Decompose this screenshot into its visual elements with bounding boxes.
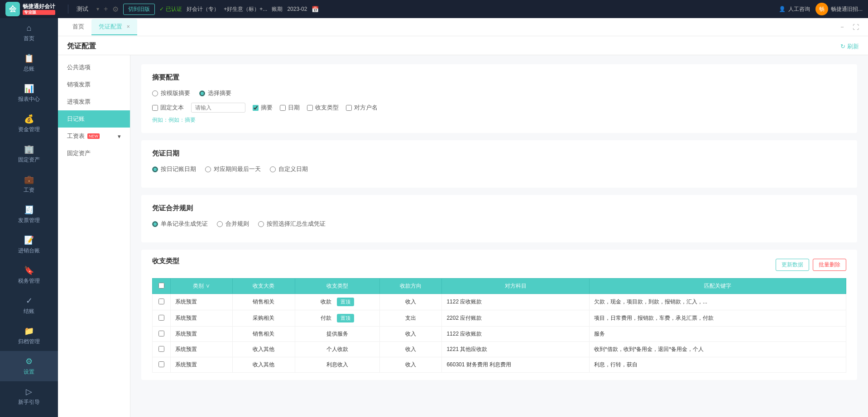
radio-by-select[interactable]: 按照选择汇总生成凭证: [258, 220, 326, 228]
tab-minimize-btn[interactable]: －: [837, 21, 847, 33]
table-row: 系统预置 采购相关 付款 置顶 支出 2202 应付账款 项目，日常费用，报销款…: [153, 310, 846, 327]
topbar-tab-label[interactable]: 测试: [73, 3, 92, 15]
sidebar-item-general-ledger[interactable]: 📋 总账: [0, 48, 58, 78]
topbar-settings-icon[interactable]: ⚙: [112, 5, 119, 14]
row-category: 系统预置: [171, 357, 233, 373]
nav-label-journal: 日记账: [67, 115, 85, 123]
sidebar-item-close-accounts[interactable]: ✓ 结账: [0, 290, 58, 321]
sidebar-item-reports[interactable]: 📊 报表中心: [0, 78, 58, 109]
topbar-add-icon[interactable]: +: [104, 5, 108, 13]
sidebar-item-funds[interactable]: 💰 资金管理: [0, 109, 58, 139]
example-text: 例如：例如：摘要: [152, 116, 846, 124]
consult-btn[interactable]: 👤 人工咨询: [779, 5, 810, 13]
row-checkbox[interactable]: [153, 357, 171, 373]
sidebar-label-reports: 报表中心: [18, 95, 40, 103]
sidebar-item-guide[interactable]: ▷ 新手引导: [0, 381, 58, 412]
nav-item-journal[interactable]: 日记账: [58, 110, 130, 128]
left-nav: 公共选项 销项发票 进项发票 日记账 工资表 NEW ▾ 固定资产: [58, 55, 130, 417]
row-checkbox[interactable]: [153, 327, 171, 342]
th-direction: 收款方向: [380, 279, 442, 294]
fixed-text-input[interactable]: [191, 103, 245, 113]
batch-delete-btn[interactable]: 批量删除: [813, 259, 846, 271]
row-major-type: 销售相关: [233, 327, 295, 342]
radio-select-summary[interactable]: 选择摘要: [199, 89, 231, 97]
expand-icon[interactable]: ▾: [118, 133, 121, 140]
table-header: 收支类型 更新数据 批量删除: [152, 257, 846, 273]
right-content: 摘要配置 按模版摘要 选择摘要: [130, 55, 868, 417]
checkbox-summary[interactable]: 摘要: [253, 104, 273, 112]
summary-checkbox-group: 固定文本 摘要 日期 收支类型: [152, 103, 846, 113]
voucher-merge-title: 凭证合并规则: [152, 204, 846, 213]
radio-template-summary[interactable]: 按模版摘要: [152, 89, 190, 97]
radio-custom-date[interactable]: 自定义日期: [270, 165, 308, 173]
calendar-icon[interactable]: 📅: [312, 6, 319, 13]
topbar-dropdown-icon[interactable]: ▾: [96, 6, 99, 12]
checkbox-fixed-text[interactable]: 固定文本: [152, 104, 184, 112]
logo-icon: 会: [5, 2, 20, 16]
user-avatar: 畅: [815, 3, 828, 15]
tab-home[interactable]: 首页: [65, 19, 91, 35]
row-keywords: 收到*借款，收到*备用金，退回*备用金，个人: [590, 342, 846, 357]
invoice-icon: 🧾: [24, 205, 34, 215]
nav-label-fixed-assets-sub: 固定资产: [67, 149, 91, 157]
table-row: 系统预置 收入其他 利息收入 收入 660301 财务费用 利息费用 利息，行转…: [153, 357, 846, 373]
income-type-section: 收支类型 更新数据 批量删除 类别 ∨: [141, 250, 857, 380]
switch-old-btn[interactable]: 切到旧版: [123, 4, 155, 15]
row-keywords: 利息，行转，获自: [590, 357, 846, 373]
sidebar-item-invoice[interactable]: 🧾 发票管理: [0, 199, 58, 230]
row-subject: 2202 应付账款: [442, 310, 590, 327]
topbar: 会 畅捷通好会计 专业版 测试 ▾ + ⚙ 切到旧版 ✓ 已认证 好会计（专） …: [0, 0, 868, 18]
radio-last-day[interactable]: 对应期间最后一天: [205, 165, 261, 173]
sidebar-item-home[interactable]: ⌂ 首页: [0, 18, 58, 48]
th-checkbox: [153, 279, 171, 294]
update-data-btn[interactable]: 更新数据: [776, 259, 809, 271]
sidebar-item-purchase-sales[interactable]: 📝 进销台账: [0, 230, 58, 260]
page-body: 公共选项 销项发票 进项发票 日记账 工资表 NEW ▾ 固定资产: [58, 55, 868, 417]
sidebar-label-payroll: 工资: [24, 186, 34, 194]
row-checkbox[interactable]: [153, 310, 171, 327]
topbar-divider: [68, 5, 68, 14]
refresh-btn[interactable]: ↻ 刷新: [840, 43, 859, 51]
row-checkbox[interactable]: [153, 342, 171, 357]
sidebar-item-tax[interactable]: 🔖 税务管理: [0, 260, 58, 290]
income-type-title: 收支类型: [152, 257, 179, 265]
home-icon: ⌂: [27, 24, 32, 33]
row-major-type: 收入其他: [233, 342, 295, 357]
sidebar-item-payroll[interactable]: 💼 工资: [0, 169, 58, 199]
row-category: 系统预置: [171, 310, 233, 327]
radio-single-voucher[interactable]: 单条记录生成凭证: [152, 220, 208, 228]
checkbox-opposite-name[interactable]: 对方户名: [346, 104, 378, 112]
select-all-checkbox[interactable]: [158, 283, 164, 289]
nav-item-purchase-invoice[interactable]: 进项发票: [58, 93, 130, 110]
tag-btn[interactable]: 置顶: [337, 314, 354, 322]
sidebar-item-fixed-assets[interactable]: 🏢 固定资产: [0, 139, 58, 169]
settings-icon: ⚙: [25, 356, 33, 366]
row-checkbox[interactable]: [153, 294, 171, 310]
nav-item-sales-invoice[interactable]: 销项发票: [58, 76, 130, 93]
sidebar-item-archive[interactable]: 📁 归档管理: [0, 321, 58, 351]
logo-text: 畅捷通好会计 专业版: [23, 3, 55, 14]
nav-item-public[interactable]: 公共选项: [58, 59, 130, 76]
row-income-type: 利息收入: [295, 357, 380, 373]
nav-label-purchase-invoice: 进项发票: [67, 98, 91, 106]
nav-label-payroll-table: 工资表: [67, 132, 85, 140]
tab-bar: 首页 凭证配置 × － ⛶: [58, 18, 868, 36]
sidebar-item-settings[interactable]: ⚙ 设置: [0, 351, 58, 381]
voucher-date-title: 凭证日期: [152, 149, 846, 158]
tab-voucher-config[interactable]: 凭证配置 ×: [91, 19, 137, 35]
voucher-date-section: 凭证日期 按日记账日期 对应期间最后一天 自定义日期: [141, 140, 857, 188]
sidebar-item-member[interactable]: ★ 畅会员: [0, 412, 58, 417]
certified-icon: ✓: [159, 6, 164, 12]
tag-btn[interactable]: 置顶: [337, 298, 354, 306]
radio-by-journal-date[interactable]: 按日记账日期: [152, 165, 196, 173]
radio-merge-rule[interactable]: 合并规则: [217, 220, 249, 228]
checkbox-date[interactable]: 日期: [280, 104, 300, 112]
user-menu[interactable]: 畅 畅捷通旧招...: [815, 3, 863, 15]
sidebar-label-invoice: 发票管理: [18, 217, 40, 224]
nav-item-fixed-assets-sub[interactable]: 固定资产: [58, 145, 130, 162]
purchase-icon: 📝: [24, 235, 34, 245]
checkbox-income-type[interactable]: 收支类型: [307, 104, 339, 112]
tab-close-icon[interactable]: ×: [127, 24, 130, 30]
nav-item-payroll-table[interactable]: 工资表 NEW ▾: [58, 128, 130, 145]
tab-maximize-btn[interactable]: ⛶: [851, 21, 861, 33]
